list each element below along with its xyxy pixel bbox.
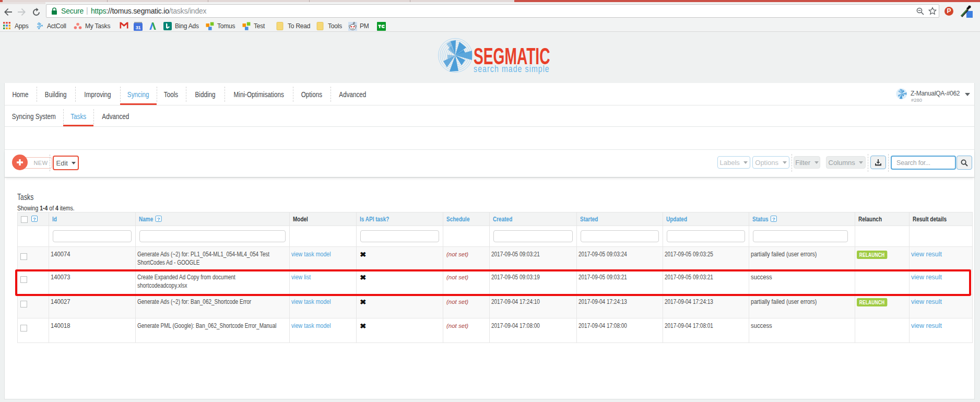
svg-text:31: 31 (136, 25, 141, 30)
